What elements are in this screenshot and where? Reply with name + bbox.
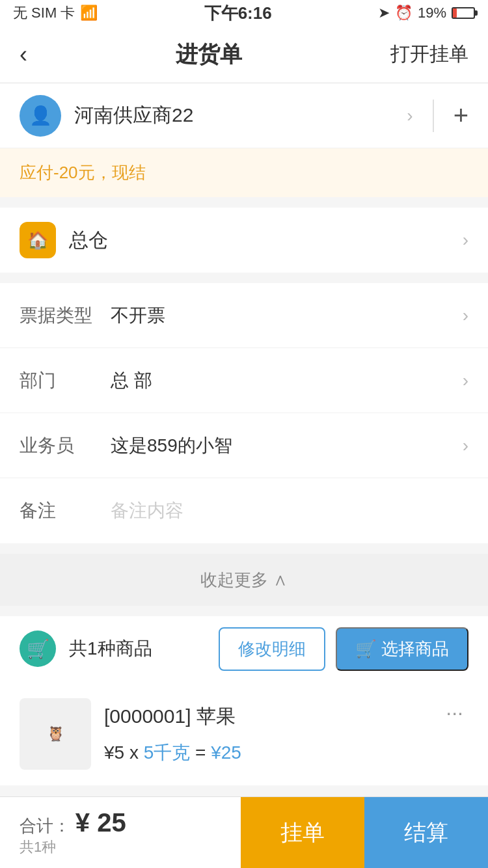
salesperson-label: 业务员 <box>20 433 111 458</box>
products-count: 共1种商品 <box>69 636 219 661</box>
status-time: 下午6:16 <box>204 2 272 25</box>
salesperson-arrow-icon: › <box>463 435 468 456</box>
add-supplier-button[interactable]: + <box>454 101 468 130</box>
collapse-bar[interactable]: 收起更多 ∧ <box>0 554 488 606</box>
product-id: [0000001] <box>104 705 191 727</box>
battery-percent: 19% <box>418 5 446 21</box>
products-header: 🛒 共1种商品 修改明细 🛒 选择商品 <box>0 616 488 681</box>
ticket-type-label: 票据类型 <box>20 303 111 328</box>
department-value: 总 部 <box>111 368 463 393</box>
location-icon: ➤ <box>378 5 390 21</box>
price-equals: = <box>195 742 211 763</box>
bottom-bar: 合计： ¥ 25 共1种 挂单 结算 <box>0 796 488 868</box>
price-multiply: x <box>129 742 144 763</box>
total-label: 合计： <box>20 816 70 835</box>
select-product-button[interactable]: 🛒 选择商品 <box>336 627 468 671</box>
department-arrow-icon: › <box>463 370 468 391</box>
total-section: 合计： ¥ 25 共1种 <box>0 808 241 857</box>
products-section: 🛒 共1种商品 修改明细 🛒 选择商品 🦉 [0000001] 苹果 ¥5 <box>0 616 488 785</box>
supplier-divider <box>433 100 434 132</box>
page-title: 进货单 <box>176 40 242 70</box>
product-item: 🦉 [0000001] 苹果 ¥5 x 5千克 = ¥25 ··· <box>0 683 488 785</box>
product-title: 苹果 <box>197 705 236 727</box>
supplier-avatar: 👤 <box>20 95 61 137</box>
checkout-button[interactable]: 结算 <box>364 797 488 869</box>
salesperson-row[interactable]: 业务员 这是859的小智 › <box>0 413 488 478</box>
total-row: 合计： ¥ 25 <box>20 808 221 837</box>
open-hang-button[interactable]: 打开挂单 <box>390 41 468 68</box>
warehouse-section: 🏠 总仓 › <box>0 208 488 273</box>
price-value: ¥5 <box>104 742 124 763</box>
supplier-arrow-icon: › <box>407 105 413 126</box>
alarm-icon: ⏰ <box>395 5 413 21</box>
product-name: [0000001] 苹果 <box>104 703 427 730</box>
ticket-type-row[interactable]: 票据类型 不开票 › <box>0 283 488 348</box>
product-total: ¥25 <box>211 742 241 763</box>
back-button[interactable]: ‹ <box>20 41 27 68</box>
nav-bar: ‹ 进货单 打开挂单 <box>0 26 488 83</box>
cart-icon: 🛒 <box>27 638 49 660</box>
warehouse-arrow-icon: › <box>463 230 468 251</box>
total-amount: ¥ 25 <box>75 808 126 837</box>
carrier-label: 无 SIM 卡 <box>13 3 75 23</box>
product-quantity: 5千克 <box>144 742 191 763</box>
modify-detail-button[interactable]: 修改明细 <box>219 627 325 671</box>
salesperson-value: 这是859的小智 <box>111 433 463 458</box>
remark-input[interactable]: 备注内容 <box>111 498 468 523</box>
remark-row[interactable]: 备注 备注内容 <box>0 478 488 543</box>
status-bar: 无 SIM 卡 📶 下午6:16 ➤ ⏰ 19% <box>0 0 488 26</box>
main-content: 👤 河南供应商22 › + 应付-20元，现结 🏠 总仓 › 票据类型 不开票 … <box>0 83 488 857</box>
department-label: 部门 <box>20 368 111 393</box>
product-more-button[interactable]: ··· <box>441 698 468 727</box>
form-section: 票据类型 不开票 › 部门 总 部 › 业务员 这是859的小智 › 备注 备注… <box>0 283 488 543</box>
ticket-type-arrow-icon: › <box>463 305 468 326</box>
warehouse-name: 总仓 <box>69 227 463 254</box>
status-right: ➤ ⏰ 19% <box>378 5 475 21</box>
hang-button[interactable]: 挂单 <box>241 797 364 869</box>
products-icon: 🛒 <box>20 631 56 667</box>
remark-label: 备注 <box>20 498 111 523</box>
select-product-icon: 🛒 <box>355 639 376 659</box>
avatar-icon: 👤 <box>29 105 52 126</box>
select-product-label: 选择商品 <box>381 638 449 660</box>
product-thumbnail: 🦉 <box>20 698 91 770</box>
status-left: 无 SIM 卡 📶 <box>13 3 98 23</box>
product-details: [0000001] 苹果 ¥5 x 5千克 = ¥25 <box>104 703 427 765</box>
total-count: 共1种 <box>20 837 221 857</box>
product-thumb-icon: 🦉 <box>47 726 64 742</box>
product-price: ¥5 x 5千克 = ¥25 <box>104 740 427 765</box>
wifi-icon: 📶 <box>80 5 98 21</box>
department-row[interactable]: 部门 总 部 › <box>0 348 488 413</box>
warehouse-icon: 🏠 <box>20 222 56 258</box>
ticket-type-value: 不开票 <box>111 303 463 328</box>
supplier-name: 河南供应商22 <box>74 102 407 129</box>
warehouse-row[interactable]: 🏠 总仓 › <box>0 208 488 273</box>
battery-icon <box>452 7 475 19</box>
payment-info: 应付-20元，现结 <box>0 148 488 197</box>
supplier-row[interactable]: 👤 河南供应商22 › + <box>0 83 488 148</box>
supplier-section: 👤 河南供应商22 › + 应付-20元，现结 <box>0 83 488 197</box>
